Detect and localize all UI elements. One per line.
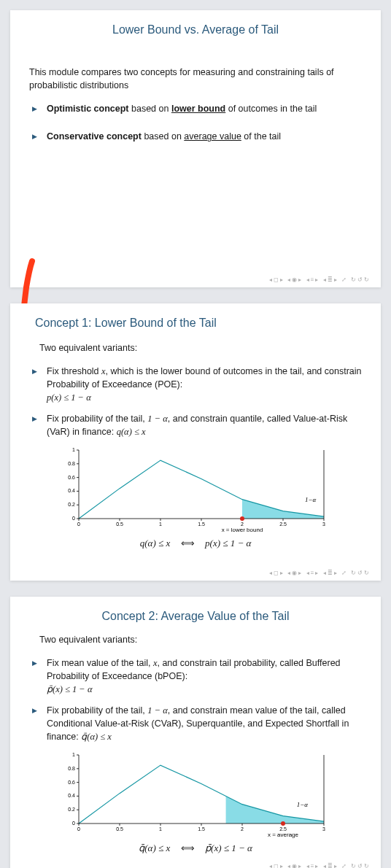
svg-text:x = lower bound: x = lower bound [222, 527, 263, 533]
svg-text:1: 1 [159, 826, 162, 832]
frag-math: 1 − α [147, 414, 168, 424]
svg-text:x = average: x = average [268, 832, 299, 838]
svg-text:0.8: 0.8 [68, 461, 75, 466]
slide-3: Concept 2: Average Value of the Tail Two… [10, 597, 381, 868]
svg-text:2.5: 2.5 [279, 522, 287, 527]
svg-text:2.5: 2.5 [279, 826, 287, 832]
slide-1-intro: This module compares two concepts for me… [29, 66, 362, 92]
bullet-tail: of the tail [241, 131, 281, 142]
equation: q(α) ≤ x [117, 427, 146, 437]
slide-2-bullet-2: Fix probability of the tail, 1 − α, and … [32, 412, 362, 438]
svg-text:2: 2 [241, 826, 244, 832]
slide-2-title: Concept 1: Lower Bound of the Tail [35, 317, 362, 330]
slide-1-title: Lower Bound vs. Average of Tail [29, 23, 362, 36]
svg-text:0.6: 0.6 [68, 779, 75, 784]
slide-1-bullets: Optimistic concept based on lower bound … [32, 102, 362, 143]
slide-2-subtitle: Two equivalent variants: [39, 341, 362, 354]
svg-text:1−α: 1−α [305, 495, 317, 503]
svg-text:0.2: 0.2 [68, 502, 75, 507]
slide-1-bullet-1: Optimistic concept based on lower bound … [32, 102, 362, 115]
equation: p̄(x) ≤ 1 − α [47, 684, 92, 694]
slide-3-bullet-1: Fix mean value of the tail, x, and const… [32, 656, 362, 696]
eq-left: q̄(α) ≤ x [139, 842, 170, 853]
svg-text:0.8: 0.8 [68, 766, 75, 771]
svg-text:0.4: 0.4 [68, 793, 75, 798]
slide-1: Lower Bound vs. Average of Tail This mod… [10, 10, 381, 287]
svg-text:0.4: 0.4 [68, 488, 75, 493]
svg-text:0: 0 [77, 522, 80, 527]
svg-text:0.6: 0.6 [68, 474, 75, 479]
svg-text:1: 1 [159, 522, 162, 527]
svg-text:0.5: 0.5 [116, 826, 123, 832]
bullet-tail: of outcomes in the tail [225, 104, 317, 114]
beamer-nav-icons: ◂◻▸ ◂◉▸ ◂≡▸ ◂≣▸ ⤢ ↻↺↻ [269, 863, 371, 868]
svg-text:0.2: 0.2 [68, 807, 75, 812]
slide-2-chart: 00.511.522.5300.20.40.60.81x = lower bou… [57, 446, 334, 533]
svg-text:1−α: 1−α [297, 800, 309, 807]
frag: Fix mean value of the tail, [47, 658, 153, 668]
slide-3-bullets: Fix mean value of the tail, x, and const… [32, 656, 362, 743]
slide-2-equiv-equation: q(α) ≤ x ⟺ p(x) ≤ 1 − α [29, 538, 362, 549]
slide-2: Concept 1: Lower Bound of the Tail Two e… [10, 303, 381, 581]
beamer-nav-icons: ◂◻▸ ◂◉▸ ◂≡▸ ◂≣▸ ⤢ ↻↺↻ [269, 570, 371, 576]
beamer-nav-icons: ◂◻▸ ◂◉▸ ◂≡▸ ◂≣▸ ⤢ ↻↺↻ [269, 276, 371, 283]
svg-text:0.5: 0.5 [116, 522, 123, 527]
bullet-underline: lower bound [171, 104, 225, 114]
svg-text:2: 2 [241, 522, 244, 527]
slide-2-bullets: Fix threshold x, which is the lower boun… [32, 365, 362, 438]
slide-3-subtitle: Two equivalent variants: [39, 633, 362, 646]
slide-3-chart: 00.511.522.5300.20.40.60.81x = average1−… [57, 751, 334, 838]
frag: Fix probability of the tail, [47, 705, 147, 716]
eq-left: q(α) ≤ x [140, 538, 170, 549]
svg-text:3: 3 [322, 826, 325, 832]
frag: Fix probability of the tail, [47, 414, 147, 424]
slide-1-bullet-2: Conservative concept based on average va… [32, 130, 362, 143]
frag: Fix threshold [47, 366, 101, 376]
equation: p(x) ≤ 1 − α [47, 392, 91, 403]
frag-math: 1 − α [147, 705, 168, 716]
svg-text:1: 1 [72, 447, 75, 452]
equation: q̄(α) ≤ x [81, 732, 112, 742]
bullet-mid: based on [129, 104, 171, 114]
svg-text:0: 0 [72, 516, 75, 521]
eq-right: p̄(x) ≤ 1 − α [205, 842, 252, 853]
svg-text:3: 3 [322, 522, 325, 527]
eq-right: p(x) ≤ 1 − α [205, 538, 251, 549]
svg-text:1: 1 [72, 752, 75, 757]
svg-point-55 [281, 821, 285, 826]
svg-point-26 [240, 516, 244, 521]
bullet-underline: average value [184, 131, 241, 142]
bullet-mid: based on [142, 131, 184, 142]
svg-text:0: 0 [77, 826, 80, 832]
svg-text:1.5: 1.5 [198, 522, 205, 527]
bullet-bold: Optimistic concept [47, 104, 129, 114]
slide-2-bullet-1: Fix threshold x, which is the lower boun… [32, 365, 362, 404]
slide-3-equiv-equation: q̄(α) ≤ x ⟺ p̄(x) ≤ 1 − α [29, 842, 362, 854]
slide-3-bullet-2: Fix probability of the tail, 1 − α, and … [32, 704, 362, 743]
bullet-bold: Conservative concept [47, 131, 142, 142]
slide-3-title: Concept 2: Average Value of the Tail [29, 610, 362, 623]
svg-text:0: 0 [72, 821, 75, 826]
svg-text:1.5: 1.5 [198, 826, 205, 832]
